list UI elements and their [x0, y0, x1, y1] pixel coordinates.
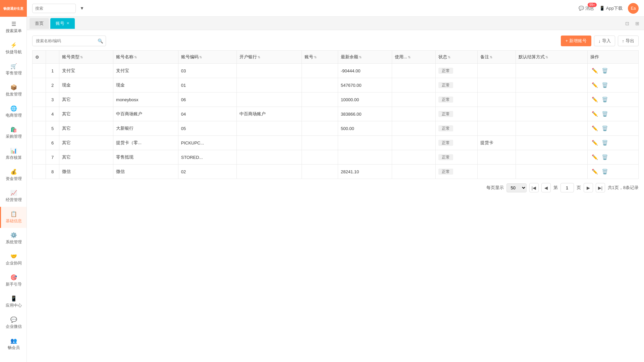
- col-header-balance[interactable]: 最新余额⇅: [338, 51, 392, 64]
- edit-button-5[interactable]: ✏️: [590, 139, 599, 146]
- edit-button-7[interactable]: ✏️: [590, 168, 599, 175]
- row-usage-7: [392, 165, 436, 179]
- row-remark-0: [477, 64, 516, 78]
- page-first-button[interactable]: |◀: [529, 183, 539, 192]
- search-menu-icon: ☰: [3, 21, 25, 27]
- edit-button-0[interactable]: ✏️: [590, 67, 599, 74]
- col-header-default-settle[interactable]: 默认结算方式⇅: [516, 51, 587, 64]
- sidebar-item-app-center[interactable]: 📱 应用中心: [0, 291, 26, 312]
- row-code-5: PICKUPC...: [178, 136, 237, 150]
- row-name-4: 大新银行: [113, 121, 178, 136]
- search-box: 🔍: [32, 36, 106, 46]
- add-account-button[interactable]: + 新增账号: [561, 36, 591, 46]
- sidebar-item-member[interactable]: 👥 畅会员: [0, 334, 26, 355]
- delete-button-0[interactable]: 🗑️: [600, 67, 609, 74]
- col-header-code[interactable]: 账号编码⇅: [178, 51, 237, 64]
- page-next-button[interactable]: ▶: [584, 183, 593, 192]
- edit-button-1[interactable]: ✏️: [590, 81, 599, 89]
- sidebar-item-newbie-guide[interactable]: 🎯 新手引导: [0, 270, 26, 291]
- sort-icon-default-settle: ⇅: [545, 55, 548, 59]
- page-input[interactable]: [560, 183, 574, 192]
- sidebar-item-ecommerce-mgmt[interactable]: 🌐 电商管理: [0, 101, 26, 122]
- phone-icon: 📱: [599, 6, 605, 11]
- page-size-select[interactable]: 50 100 200: [506, 183, 527, 192]
- wholesale-icon: 📦: [3, 84, 25, 90]
- row-balance-2: 10000.00: [338, 93, 392, 107]
- row-name-2: moneybosx: [113, 93, 178, 107]
- row-bank-2: [237, 93, 302, 107]
- sidebar-item-search-menu[interactable]: ☰ 搜索菜单: [0, 17, 26, 38]
- import-button[interactable]: ↓ 导入: [594, 36, 615, 46]
- row-actions-7: ✏️ 🗑️: [587, 165, 638, 179]
- row-balance-1: 547670.00: [338, 78, 392, 93]
- row-default-settle-2: [516, 93, 587, 107]
- edit-button-6[interactable]: ✏️: [590, 154, 599, 161]
- header-dropdown[interactable]: ▼: [80, 6, 84, 11]
- edit-button-4[interactable]: ✏️: [590, 125, 599, 132]
- page-last-button[interactable]: ▶|: [596, 183, 605, 192]
- header-right: 💬 消息 99+ 📱 App下载 Ea: [579, 3, 639, 14]
- row-name-0: 支付宝: [113, 64, 178, 78]
- tab-maximize-button[interactable]: ⊞: [633, 19, 641, 27]
- sidebar-item-finance-mgmt[interactable]: 💰 资金管理: [0, 165, 26, 186]
- col-header-setting[interactable]: ⚙: [33, 51, 46, 64]
- row-code-0: 03: [178, 64, 237, 78]
- sidebar-item-operation-mgmt[interactable]: 📈 经营管理: [0, 186, 26, 207]
- delete-button-5[interactable]: 🗑️: [600, 139, 609, 146]
- col-header-name[interactable]: 账号名称⇅: [113, 51, 178, 64]
- row-actions-6: ✏️ 🗑️: [587, 150, 638, 165]
- delete-button-1[interactable]: 🗑️: [600, 81, 609, 89]
- table-row: 5 其它 大新银行 05 500.00 正常 ✏️ 🗑️: [33, 121, 639, 136]
- tab-close-icon[interactable]: ✕: [66, 21, 69, 25]
- tab-account[interactable]: 账号 ✕: [50, 18, 75, 29]
- sidebar-item-enterprise-wechat[interactable]: 💬 企业微信: [0, 312, 26, 334]
- col-header-type[interactable]: 账号类型⇅: [59, 51, 113, 64]
- search-input[interactable]: [33, 37, 95, 45]
- row-default-settle-7: [516, 165, 587, 179]
- app-download-button[interactable]: 📱 App下载: [599, 5, 623, 11]
- row-default-settle-3: [516, 107, 587, 121]
- toolbar: 🔍 + 新增账号 ↓ 导入 ↑ 导出: [32, 36, 639, 46]
- pagination-bar: 每页显示 50 100 200 |◀ ◀ 第 页 ▶ ▶| 共1页，8条记录: [32, 179, 639, 196]
- sidebar-item-purchase-mgmt[interactable]: 🛍️ 采购管理: [0, 122, 26, 143]
- row-setting-5: [33, 136, 46, 150]
- col-header-remark[interactable]: 备注⇅: [477, 51, 516, 64]
- row-type-6: 其它: [59, 150, 113, 165]
- delete-button-4[interactable]: 🗑️: [600, 125, 609, 132]
- tab-restore-button[interactable]: ⊡: [623, 19, 631, 27]
- sidebar-item-basic-info[interactable]: 📋 基础信息: [0, 207, 26, 228]
- sort-icon-account: ⇅: [314, 55, 317, 59]
- row-type-3: 其它: [59, 107, 113, 121]
- delete-button-6[interactable]: 🗑️: [600, 154, 609, 161]
- delete-button-7[interactable]: 🗑️: [600, 168, 609, 175]
- delete-button-2[interactable]: 🗑️: [600, 96, 609, 103]
- edit-button-2[interactable]: ✏️: [590, 96, 599, 103]
- col-header-status[interactable]: 状态⇅: [436, 51, 477, 64]
- col-header-usage[interactable]: 使用...⇅: [392, 51, 436, 64]
- sidebar-item-retail-mgmt[interactable]: 🛒 零售管理: [0, 59, 26, 80]
- row-actions-0: ✏️ 🗑️: [587, 64, 638, 78]
- delete-button-3[interactable]: 🗑️: [600, 110, 609, 118]
- col-header-bank[interactable]: 开户银行⇅: [237, 51, 302, 64]
- sidebar-item-system-mgmt[interactable]: ⚙️ 系统管理: [0, 228, 26, 249]
- page-label: 第: [553, 185, 558, 191]
- row-status-2: 正常: [436, 93, 477, 107]
- row-bank-0: [237, 64, 302, 78]
- col-header-account[interactable]: 账号⇅: [302, 51, 338, 64]
- row-type-4: 其它: [59, 121, 113, 136]
- sidebar-item-wholesale-mgmt[interactable]: 📦 批发管理: [0, 80, 26, 101]
- sidebar-item-enterprise-agreement[interactable]: 🤝 企业协同: [0, 249, 26, 270]
- row-account-0: [302, 64, 338, 78]
- search-button[interactable]: 🔍: [95, 36, 106, 46]
- sidebar-item-inventory[interactable]: 📊 库存核算: [0, 143, 26, 165]
- row-remark-3: [477, 107, 516, 121]
- sidebar: 畅捷通好生意 ☰ 搜索菜单 ⚡ 快捷导航 🛒 零售管理 📦 批发管理 🌐 电商管…: [0, 0, 27, 362]
- avatar[interactable]: Ea: [628, 3, 639, 14]
- header-search-input[interactable]: [32, 4, 76, 13]
- export-button[interactable]: ↑ 导出: [618, 36, 639, 46]
- sidebar-item-quick-nav[interactable]: ⚡ 快捷导航: [0, 38, 26, 59]
- page-prev-button[interactable]: ◀: [541, 183, 551, 192]
- edit-button-3[interactable]: ✏️: [590, 110, 599, 118]
- message-button[interactable]: 💬 消息 99+: [579, 5, 594, 11]
- tab-home[interactable]: 首页: [30, 18, 49, 29]
